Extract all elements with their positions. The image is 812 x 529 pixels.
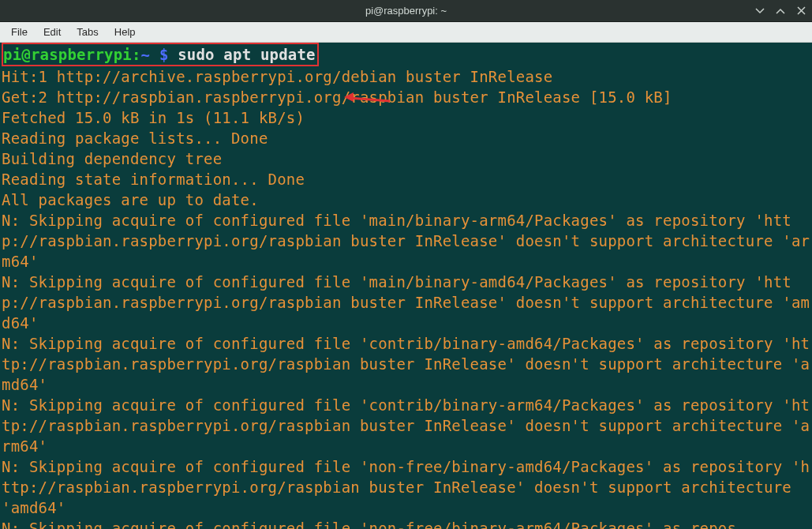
- output-line: N: Skipping acquire of configured file '…: [2, 520, 736, 529]
- output-line: Fetched 15.0 kB in 1s (11.1 kB/s): [2, 109, 305, 126]
- output-line: Reading package lists... Done: [2, 129, 268, 147]
- maximize-button[interactable]: [774, 5, 787, 17]
- terminal-wrap: pi@raspberrypi:~ $ sudo apt update Hit:1…: [0, 43, 812, 529]
- window-titlebar: pi@raspberrypi: ~: [0, 0, 812, 22]
- menu-file[interactable]: File: [5, 24, 34, 39]
- menu-edit[interactable]: Edit: [37, 24, 67, 39]
- window-title: pi@raspberrypi: ~: [365, 5, 447, 17]
- prompt-user: pi@raspberrypi: [3, 46, 132, 63]
- output-line: Building dependency tree: [2, 150, 222, 167]
- menu-help[interactable]: Help: [108, 24, 142, 39]
- annotation-highlight-box: pi@raspberrypi:~ $ sudo apt update: [2, 43, 319, 66]
- close-button[interactable]: [795, 5, 807, 17]
- prompt-line: pi@raspberrypi:~ $ sudo apt update: [2, 43, 319, 66]
- menu-tabs[interactable]: Tabs: [70, 24, 104, 39]
- terminal-area[interactable]: pi@raspberrypi:~ $ sudo apt update Hit:1…: [0, 43, 812, 529]
- output-line: N: Skipping acquire of configured file '…: [2, 335, 810, 393]
- output-line: N: Skipping acquire of configured file '…: [2, 458, 810, 516]
- output-line: N: Skipping acquire of configured file '…: [2, 212, 810, 270]
- window-controls: [754, 0, 807, 21]
- menubar: File Edit Tabs Help: [0, 22, 812, 43]
- prompt-separator: :: [132, 46, 141, 63]
- chevron-up-icon: [776, 6, 785, 16]
- output-line: Hit:1 http://archive.raspberrypi.org/deb…: [2, 68, 552, 85]
- output-line: All packages are up to date.: [2, 191, 259, 208]
- close-icon: [797, 6, 806, 15]
- output-line: Get:2 http://raspbian.raspberrypi.org/ra…: [2, 88, 672, 106]
- prompt-path: ~: [141, 46, 159, 63]
- output-line: Reading state information... Done: [2, 171, 305, 188]
- output-line: N: Skipping acquire of configured file '…: [2, 396, 810, 455]
- minimize-button[interactable]: [754, 5, 766, 17]
- prompt-command: sudo apt update: [178, 46, 316, 63]
- prompt-symbol: $: [159, 46, 178, 63]
- output-line: N: Skipping acquire of configured file '…: [2, 273, 810, 332]
- chevron-down-icon: [755, 6, 765, 16]
